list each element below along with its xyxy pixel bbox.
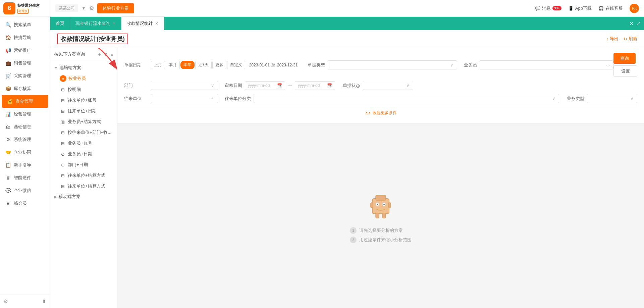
scheme-item-vendor-date[interactable]: ⊞ 往来单位+日期 — [50, 106, 117, 116]
query-button[interactable]: 查询 — [613, 53, 636, 64]
vendor-more-icon[interactable]: ··· — [211, 96, 214, 101]
close-receipt-stats-icon[interactable]: ✕ — [155, 21, 158, 26]
sidebar-item-system[interactable]: ⚙ 系统管理 — [0, 133, 50, 146]
scheme-item-vendor-settlement2[interactable]: ⊞ 往来单位+结算方式 — [50, 181, 117, 192]
collapse-panel-icon[interactable]: « — [111, 52, 113, 57]
sidebar-bottom: ⚙ ⏸ — [0, 295, 50, 308]
date-tab-custom[interactable]: 自定义 — [227, 61, 245, 69]
sidebar-item-marketing[interactable]: 📢 营销推广 — [0, 44, 50, 57]
doc-type-label: 单据类型 — [308, 62, 325, 68]
scheme-tree: ▼ 电脑端方案 ● 按业务员 ⊞ 按明细 — [50, 61, 117, 203]
maximize-icon[interactable]: ⤢ — [636, 20, 641, 27]
doc-status-label: 单据状态 — [343, 83, 360, 89]
filter-row-2: 部门 ∨ 审核日期 yyyy-mm-dd 📅 — [124, 81, 637, 90]
date-tab-more[interactable]: 更多 — [212, 61, 226, 69]
salesperson-more-icon[interactable]: ··· — [606, 62, 610, 67]
query-actions: 查询 设置 — [613, 53, 637, 77]
sales-icon: 💼 — [5, 60, 11, 66]
mobile-scheme-header[interactable]: ▶ 移动端方案 — [50, 192, 117, 202]
salesperson-select[interactable]: ··· — [480, 60, 613, 69]
settings-button[interactable]: 设置 — [613, 65, 637, 77]
collapse-bar[interactable]: ∧∧ 收起更多条件 — [124, 107, 637, 118]
scheme-settings-icon[interactable]: ⚙ — [104, 52, 108, 57]
inventory-icon: 📦 — [5, 86, 11, 92]
close-bank-flow-icon[interactable]: ✕ — [112, 21, 116, 26]
download-icon: 📱 — [568, 6, 574, 11]
sidebar-item-guide[interactable]: 📋 新手引导 — [0, 159, 50, 171]
settings-icon[interactable]: ⚙ — [89, 5, 94, 11]
business-type-label: 业务类型 — [567, 96, 584, 102]
add-scheme-icon[interactable]: + — [98, 51, 101, 57]
sidebar-item-quicknav[interactable]: 🏠 快捷导航 — [0, 31, 50, 44]
app-download-item[interactable]: 📱 App下载 — [568, 5, 592, 11]
tab-receipt-stats[interactable]: 收款情况统计 ✕ — [121, 17, 164, 30]
page-title-actions: ↑ 导出 ↻ 刷新 — [606, 36, 638, 42]
vendor-category-select[interactable]: ∨ — [254, 94, 559, 103]
scheme-item-by-salesperson[interactable]: ● 按业务员 — [50, 73, 117, 84]
sidebar-item-sales[interactable]: 💼 销售管理 — [0, 57, 50, 69]
calendar-icon2[interactable]: 📅 — [327, 83, 332, 88]
collapse-icon: ∧∧ — [365, 111, 371, 115]
sidebar-item-search[interactable]: 🔍 搜索菜单 — [0, 18, 50, 31]
scheme-item-vendor-settlement1[interactable]: ⊞ 往来单位+结算方式 — [50, 170, 117, 181]
basic-icon: 🗂 — [5, 124, 11, 130]
sidebar-item-purchase[interactable]: 🛒 采购管理 — [0, 69, 50, 82]
refresh-button[interactable]: ↻ 刷新 — [624, 36, 637, 42]
date-tab-this-month[interactable]: 本月 — [166, 61, 180, 69]
sidebar-item-hardware[interactable]: 🖥 智能硬件 — [0, 171, 50, 184]
review-date-to[interactable]: yyyy-mm-dd 📅 — [295, 81, 335, 90]
doc-type-select[interactable]: ∨ — [328, 60, 457, 69]
member-icon: V — [5, 200, 11, 206]
collapse-sidebar-icon[interactable]: ⏸ — [41, 299, 47, 305]
date-tab-7days[interactable]: 近7天 — [195, 61, 212, 69]
sidebar-item-operation[interactable]: 📊 经营管理 — [0, 108, 50, 120]
doc-status-select[interactable]: ∨ — [363, 81, 413, 90]
export-button[interactable]: ↑ 导出 — [606, 36, 619, 42]
scheme-item-by-detail[interactable]: ⊞ 按明细 — [50, 84, 117, 95]
vendor-dept-icon: ⊞ — [60, 130, 66, 136]
vendor-category-chevron: ∨ — [552, 96, 555, 101]
vendor-category-label: 往来单位分类 — [225, 96, 251, 102]
scheme-item-dept-date[interactable]: ⊙ 部门+日期 — [50, 159, 117, 170]
calendar-icon[interactable]: 📅 — [277, 83, 282, 88]
scheme-item-salesperson-date[interactable]: ⊙ 业务员+日期 — [50, 149, 117, 159]
sidebar-item-finance[interactable]: 💰 资金管理 — [2, 95, 48, 108]
date-tab-last-month[interactable]: 上月 — [151, 61, 165, 69]
tab-home[interactable]: 首页 — [50, 17, 70, 30]
close-window-icon[interactable]: ✕ — [629, 20, 634, 27]
empty-illustration — [364, 189, 397, 222]
settings-bottom-icon[interactable]: ⚙ — [3, 298, 8, 305]
trial-button[interactable]: 体验行业方案 — [97, 3, 134, 13]
scheme-item-vendor-dept[interactable]: ⊞ 按往来单位+部门+收... — [50, 127, 117, 138]
desktop-scheme-header[interactable]: ▼ 电脑端方案 — [50, 63, 117, 73]
company-name: 某某公司 — [55, 4, 78, 12]
svg-point-6 — [383, 204, 385, 205]
top-header: 某某公司 ▼ ⚙ 体验行业方案 💬 消息 99+ 📱 App下载 🎧 在线客服 — [50, 0, 644, 17]
vendor-date-icon: ⊞ — [60, 108, 66, 114]
dept-select[interactable]: ∨ — [151, 81, 218, 90]
vendor-select[interactable]: ··· — [151, 94, 218, 103]
sidebar-item-enterprise[interactable]: 🤝 企业协同 — [0, 146, 50, 159]
message-item[interactable]: 💬 消息 99+ — [535, 5, 561, 11]
sidebar: 6 畅捷通好生意 标准版 🔍 搜索菜单 🏠 快捷导航 📢 营销推广 💼 — [0, 0, 50, 308]
scheme-item-salesperson-settlement[interactable]: ▥ 业务员+结算方式 — [50, 116, 117, 127]
scheme-item-vendor-account[interactable]: ⊞ 往来单位+账号 — [50, 95, 117, 106]
logo-text: 畅捷通好生意 标准版 — [17, 3, 40, 14]
dropdown-icon[interactable]: ▼ — [82, 6, 86, 11]
review-date-from[interactable]: yyyy-mm-dd 📅 — [245, 81, 285, 90]
sidebar-item-wechat[interactable]: 💬 企业微信 — [0, 184, 50, 197]
tab-bank-flow[interactable]: 现金银行流水查询 ✕ — [70, 17, 121, 30]
mobile-scheme-group: ▶ 移动端方案 — [50, 192, 117, 202]
sidebar-item-basic[interactable]: 🗂 基础信息 — [0, 120, 50, 133]
user-avatar[interactable]: Rit — [630, 4, 639, 13]
date-range: 2023-01-01 至 2023-12-31 — [249, 62, 298, 68]
salesperson-group: 业务员 ··· — [464, 60, 613, 69]
sidebar-nav: 🔍 搜索菜单 🏠 快捷导航 📢 营销推广 💼 销售管理 🛒 采购管理 📦 — [0, 17, 50, 295]
home-icon: 🏠 — [5, 35, 11, 41]
scheme-item-salesperson-account[interactable]: ⊞ 业务员+账号 — [50, 138, 117, 149]
date-tab-this-year[interactable]: 本年 — [180, 61, 195, 69]
sidebar-item-inventory[interactable]: 📦 库存核算 — [0, 82, 50, 95]
online-service-item[interactable]: 🎧 在线客服 — [598, 5, 623, 11]
business-type-select[interactable]: ∨ — [587, 94, 637, 103]
sidebar-item-member[interactable]: V 畅会员 — [0, 197, 50, 210]
